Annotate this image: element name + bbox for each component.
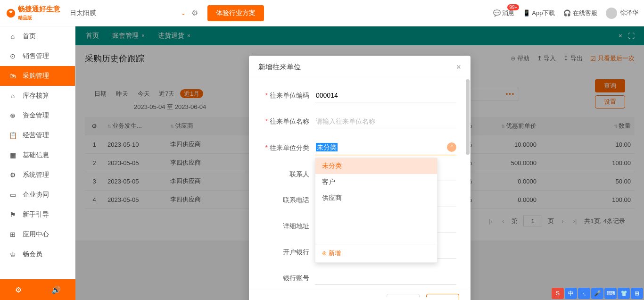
close-icon[interactable]: × [456,62,461,72]
sidebar-item-system[interactable]: ⚙系统管理 [0,165,75,185]
experience-button[interactable]: 体验行业方案 [207,5,264,21]
gear-icon[interactable]: ⚙ [191,8,198,17]
modal-title: 新增往来单位 [258,63,301,72]
sidebar-item-basic-info[interactable]: ▦基础信息 [0,145,75,165]
app-name: 日太阳膜 [70,9,96,17]
dropdown-option-supplier[interactable]: 供应商 [315,190,437,206]
modal-header: 新增往来单位 × [249,56,471,79]
user-menu[interactable]: 徐泽华 [606,8,638,19]
footer-gear-icon[interactable]: ⚙ [15,285,22,294]
category-dropdown: 未分类 客户 供应商 ⊕ 新增 [315,158,438,263]
clipboard-icon: 📋 [8,131,17,140]
logo-text: 畅捷通好生意 [18,5,60,14]
modal-scrollbar[interactable] [466,79,470,288]
ime-toolbar: S 中 ·, 🎤 ⌨ 👕 ⊞ [552,288,643,299]
sidebar-item-member[interactable]: ♔畅会员 [0,244,75,264]
modal-body: *往来单位编码 *往来单位名称 *往来单位分类 未分类 ⌃ 联系人 联系电话 详… [249,79,471,287]
account-input[interactable] [315,271,456,285]
sidebar-item-purchase[interactable]: 🛍采购管理 [0,66,75,86]
sidebar-item-collab[interactable]: ▭企业协同 [0,185,75,205]
footer-sound-icon[interactable]: 🔊 [51,285,61,294]
online-service-link[interactable]: 🎧 在线客服 [563,9,597,17]
avatar-icon [606,8,617,19]
ime-skin-icon[interactable]: 👕 [618,288,630,299]
code-input[interactable] [315,89,456,102]
top-header: 畅捷通好生意 精品版 日太阳膜 ⌄ ⚙ 体验行业方案 💬 消息 99+ 📱 Ap… [0,0,644,26]
collab-icon: ▭ [8,191,17,199]
ime-toolkit-icon[interactable]: ⊞ [631,288,643,299]
sidebar-item-guide[interactable]: ⚑新手引导 [0,205,75,225]
dropdown-option-uncategorized[interactable]: 未分类 [315,158,437,174]
msg-badge: 99+ [507,4,519,10]
sidebar-footer: ⚙ 🔊 [0,279,75,300]
sales-icon: ⊙ [8,52,17,60]
ime-lang-icon[interactable]: 中 [565,288,577,299]
logo-sub: 精品版 [18,15,60,21]
crown-icon: ♔ [8,250,17,258]
credit-input[interactable] [315,297,456,300]
grid-icon: ▦ [8,151,17,159]
flag-icon: ⚑ [8,210,17,219]
sidebar-item-apps[interactable]: ⊞应用中心 [0,225,75,244]
sidebar-item-sales[interactable]: ⊙销售管理 [0,46,75,66]
add-partner-modal: 新增往来单位 × *往来单位编码 *往来单位名称 *往来单位分类 未分类 ⌃ [249,56,471,300]
category-select[interactable]: 未分类 ⌃ [315,141,456,155]
sidebar-item-funds[interactable]: ⊛资金管理 [0,106,75,125]
sidebar: ⌂首页 ⊙销售管理 🛍采购管理 ⌂库存核算 ⊛资金管理 📋经营管理 ▦基础信息 … [0,26,75,300]
chevron-up-icon: ⌃ [447,142,456,152]
bag-icon: 🛍 [8,72,17,80]
dropdown-option-customer[interactable]: 客户 [315,174,437,190]
settings-icon: ⚙ [8,171,17,179]
scroll-thumb[interactable] [466,79,470,155]
ime-mic-icon[interactable]: 🎤 [591,288,603,299]
header-right: 💬 消息 99+ 📱 App下载 🎧 在线客服 徐泽华 [493,8,638,19]
inventory-icon: ⌂ [8,92,17,100]
ime-punct-icon[interactable]: ·, [578,288,590,299]
logo-icon [6,8,16,18]
sidebar-item-operations[interactable]: 📋经营管理 [0,125,75,145]
dropdown-add-new[interactable]: ⊕ 新增 [315,244,437,262]
funds-icon: ⊛ [8,111,17,120]
message-icon: 💬 [493,9,501,17]
app-download-link[interactable]: 📱 App下载 [523,9,555,17]
ime-keyboard-icon[interactable]: ⌨ [604,288,617,299]
apps-icon: ⊞ [8,230,17,239]
app-selector[interactable]: 日太阳膜 ⌄ [70,9,186,17]
name-input[interactable] [315,115,456,128]
sidebar-item-home[interactable]: ⌂首页 [0,26,75,46]
logo: 畅捷通好生意 精品版 [6,5,60,21]
home-icon: ⌂ [8,32,17,41]
messages-link[interactable]: 💬 消息 99+ [493,9,515,17]
sidebar-item-inventory[interactable]: ⌂库存核算 [0,86,75,106]
content-area: 首页 账套管理× 进货退货× × ⛶ 采购历史价跟踪 ⊙ 帮助 ↥ 导入 ↧ 导… [75,26,644,300]
ime-logo-icon[interactable]: S [552,288,564,299]
chevron-down-icon: ⌄ [181,10,186,17]
